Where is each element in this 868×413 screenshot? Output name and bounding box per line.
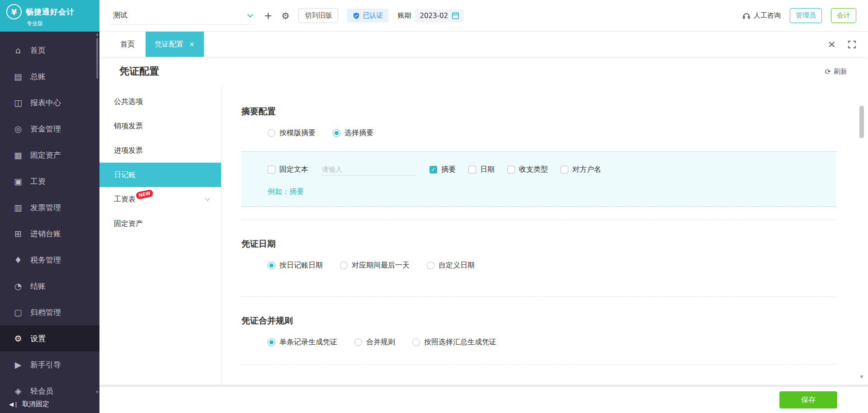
refresh-icon: ⟳: [825, 67, 831, 76]
save-button[interactable]: 保存: [779, 391, 837, 408]
sidebar-item-label: 新手引导: [30, 360, 61, 370]
home-icon: ⌂: [13, 45, 24, 55]
sidebar-menu: ⌂ 首页 ▤ 总账 ◫ 报表中心 ◎ 资金管理 ▦ 固定资产 ▣ 工资: [0, 32, 99, 413]
certified-label: 已认证: [363, 11, 383, 20]
subnav-item-journal[interactable]: 日记账: [99, 163, 221, 187]
subnav-item-salary-sheet[interactable]: 工资表 NEW: [99, 187, 221, 211]
sidebar-item-general-ledger[interactable]: ▤ 总账: [0, 63, 99, 89]
subnav-label: 日记账: [114, 170, 136, 180]
subnav-item-sales-invoice[interactable]: 销项发票: [99, 114, 221, 138]
checkbox-summary[interactable]: 摘要: [429, 165, 456, 174]
sidebar-item-label: 资金管理: [30, 124, 61, 134]
radio-single-record[interactable]: 单条记录生成凭证: [268, 338, 337, 347]
checkbox-label: 固定文本: [279, 165, 308, 174]
radio-icon: [333, 129, 340, 137]
radio-label: 对应期间最后一天: [352, 261, 410, 270]
sidebar-item-funds[interactable]: ◎ 资金管理: [0, 116, 99, 142]
close-tab-icon[interactable]: ×: [828, 39, 836, 49]
purchase-sales-icon: ⊞: [13, 229, 24, 239]
subnav-label: 固定资产: [114, 219, 143, 229]
app-edition-label: 专业版: [27, 20, 93, 28]
sidebar-item-tax-mgmt[interactable]: ♦ 税务管理: [0, 247, 99, 273]
sidebar-item-fixed-assets[interactable]: ▦ 固定资产: [0, 142, 99, 168]
sidebar-item-label: 归档管理: [30, 307, 61, 318]
radio-merge-rule[interactable]: 合并规则: [354, 338, 395, 347]
subnav-item-purchase-invoice[interactable]: 进项发票: [99, 138, 221, 163]
page-title: 凭证配置: [119, 65, 159, 78]
sidebar-item-invoice-mgmt[interactable]: ▥ 发票管理: [0, 194, 99, 221]
collapse-pin-icon: ◀❘: [9, 401, 19, 408]
company-selector[interactable]: 测试: [110, 7, 255, 25]
subnav-item-fixed-assets[interactable]: 固定资产: [99, 211, 221, 236]
scrollbar-thumb[interactable]: [859, 106, 864, 138]
sidebar-item-label: 首页: [30, 45, 46, 56]
sidebar-item-salary[interactable]: ▣ 工资: [0, 168, 99, 194]
certified-badge[interactable]: 已认证: [347, 9, 388, 23]
content-scrollbar[interactable]: ▼: [859, 89, 864, 379]
merge-rule-section-title: 凭证合并规则: [241, 315, 836, 327]
sidebar-item-label: 进销台账: [30, 229, 61, 239]
sidebar-item-label: 工资: [30, 176, 46, 187]
sidebar-pin-toggle[interactable]: ◀❘ 取消固定: [0, 395, 99, 413]
checkbox-fixed-text[interactable]: 固定文本: [268, 165, 308, 174]
add-account-set-button[interactable]: +: [264, 11, 272, 21]
checkbox-icon: [507, 166, 515, 174]
subnav-label: 销项发票: [114, 122, 143, 131]
radio-label: 选择摘要: [344, 128, 373, 138]
page-header: 凭证配置 ⟳ 刷新: [99, 57, 868, 86]
subnav-item-common-options[interactable]: 公共选项: [99, 89, 221, 114]
sidebar-item-home[interactable]: ⌂ 首页: [0, 37, 99, 63]
radio-custom-date[interactable]: 自定义日期: [427, 261, 475, 270]
archive-icon: ▢: [13, 307, 24, 317]
tab-label: 首页: [120, 40, 135, 49]
gear-icon[interactable]: ⚙: [281, 11, 289, 20]
switch-to-old-version-button[interactable]: 切到旧版: [298, 8, 338, 23]
admin-button[interactable]: 管理员: [790, 8, 822, 23]
sidebar-scrollbar[interactable]: ▲ ▼: [95, 33, 99, 394]
checkbox-counterparty-account[interactable]: 对方户名: [561, 165, 601, 174]
summary-options-panel: 固定文本 摘要 日期: [241, 151, 836, 207]
fixed-text-input[interactable]: [321, 164, 417, 175]
radio-icon: [340, 262, 348, 269]
app-logo-icon: ¥: [6, 4, 22, 19]
scroll-down-icon[interactable]: ▼: [95, 390, 99, 394]
accounting-period: 账期 2023-02: [397, 9, 464, 23]
scrollbar-thumb[interactable]: [96, 38, 98, 79]
sidebar-item-archive[interactable]: ▢ 归档管理: [0, 299, 99, 325]
checkbox-income-expense-type[interactable]: 收支类型: [507, 165, 548, 174]
sidebar-item-report-center[interactable]: ◫ 报表中心: [0, 89, 99, 116]
main-area: 测试 + ⚙ 切到旧版 已认证 账期 2023-02: [99, 0, 868, 413]
tabbar-actions: ×: [828, 32, 868, 57]
sidebar-item-beginner-guide[interactable]: ▶ 新手引导: [0, 352, 99, 378]
role-accountant-button[interactable]: 会计: [831, 8, 856, 23]
sidebar-item-closing[interactable]: ◔ 结账: [0, 273, 99, 299]
fullscreen-icon[interactable]: [848, 40, 856, 49]
radio-journal-date[interactable]: 按日记账日期: [268, 261, 323, 270]
sidebar-item-purchase-sales[interactable]: ⊞ 进销台账: [0, 221, 99, 247]
salary-icon: ▣: [13, 176, 24, 186]
example-label: 例如：: [268, 187, 289, 196]
radio-period-last-day[interactable]: 对应期间最后一天: [340, 261, 410, 270]
section-divider: [241, 220, 836, 220]
period-picker[interactable]: 2023-02: [415, 9, 464, 23]
radio-select-summary[interactable]: 选择摘要: [333, 128, 373, 138]
refresh-button[interactable]: ⟳ 刷新: [825, 67, 847, 76]
radio-label: 自定义日期: [439, 261, 475, 270]
tab-close-icon[interactable]: ×: [189, 41, 195, 48]
sidebar-item-settings[interactable]: ⚙ 设置: [0, 325, 99, 352]
tab-home[interactable]: 首页: [109, 32, 146, 57]
member-icon: ◈: [13, 386, 24, 396]
merge-rule-radios: 单条记录生成凭证 合并规则 按照选择汇总生成凭证: [241, 338, 836, 347]
scroll-down-icon[interactable]: ▼: [859, 375, 864, 379]
tab-voucher-config[interactable]: 凭证配置 ×: [146, 32, 204, 57]
checkbox-date[interactable]: 日期: [468, 165, 495, 174]
sidebar-item-label: 结账: [30, 281, 46, 291]
voucher-config-page: 凭证配置 ⟳ 刷新 公共选项 销项发票 进项发票: [99, 57, 868, 385]
radio-template-summary[interactable]: 按模版摘要: [268, 128, 316, 138]
radio-icon: [412, 338, 420, 346]
app-window: ¥ 畅捷通好会计 专业版 ⌂ 首页 ▤ 总账 ◫ 报表中心 ◎ 资金管理: [0, 0, 868, 413]
scroll-up-icon[interactable]: ▲: [95, 33, 99, 36]
checkbox-label: 收支类型: [519, 165, 548, 174]
support-link[interactable]: 人工咨询: [742, 11, 781, 20]
radio-summary-by-selection[interactable]: 按照选择汇总生成凭证: [412, 338, 496, 347]
